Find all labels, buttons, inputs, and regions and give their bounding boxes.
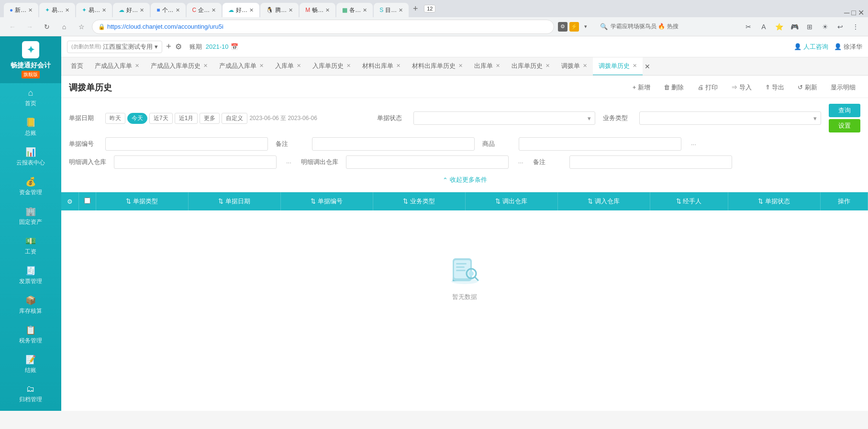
reload-button[interactable]: ↻ (40, 20, 54, 33)
browser-tab-tab11[interactable]: S 目… ✕ (374, 3, 409, 17)
date-btn-7days[interactable]: 近7天 (149, 113, 173, 124)
back-button[interactable]: ← (6, 20, 19, 33)
warehouse-out-input[interactable] (346, 155, 509, 169)
content-tab-close-2[interactable]: ✕ (203, 63, 208, 69)
warehouse-in-input[interactable] (114, 155, 277, 169)
new-record-button[interactable]: + 新增 (628, 81, 655, 94)
refresh-button[interactable]: ↺ 刷新 (793, 81, 822, 94)
browser-tab-tab8[interactable]: 🐧 腾… ✕ (260, 3, 299, 17)
menu-icon[interactable]: ⋮ (849, 20, 862, 33)
company-selector[interactable]: (勿删勿禁用) 江西服宝测试专用 ▾ (67, 41, 162, 53)
calendar-icon[interactable]: 📅 (231, 43, 238, 50)
content-tab-close-10[interactable]: ✕ (583, 63, 587, 69)
th-checkbox[interactable] (78, 192, 96, 210)
sidebar-item-settlement[interactable]: 📝 结账 (0, 350, 61, 379)
content-tab-close-8[interactable]: ✕ (496, 63, 500, 69)
browser-tab-tab4[interactable]: ☁ 好… ✕ (113, 3, 150, 17)
customer-service[interactable]: 👤 人工咨询 (794, 43, 828, 51)
date-btn-more[interactable]: 更多 (200, 113, 220, 124)
close-all-tabs-button[interactable]: ✕ (645, 63, 650, 70)
close-button[interactable]: ✕ (858, 8, 864, 17)
browser-tab-tab6[interactable]: C 企… ✕ (187, 3, 222, 17)
sidebar-item-home[interactable]: ⌂ 首页 (0, 83, 61, 112)
sidebar-item-archive[interactable]: 🗂 归档管理 (0, 379, 61, 408)
select-all-checkbox[interactable] (84, 198, 90, 204)
sidebar-item-basic[interactable]: ⚙ 基础设置 (0, 408, 61, 411)
content-tab-1[interactable]: 产成品入库单 ✕ (89, 57, 145, 76)
status-filter-select[interactable]: ▾ (413, 111, 595, 125)
user-avatar[interactable]: 👤 徐泽华 (834, 43, 862, 51)
browser-tab-tab1[interactable]: ● 新… ✕ (4, 3, 38, 17)
tab-close-tab5[interactable]: ✕ (176, 7, 180, 13)
tab-close-tab3[interactable]: ✕ (102, 7, 106, 13)
grid-icon[interactable]: ⊞ (803, 20, 816, 33)
collapse-filter-button[interactable]: ⌃ 收起更多条件 (443, 176, 487, 184)
tab-close-tab6[interactable]: ✕ (211, 7, 216, 13)
sidebar-item-ledger[interactable]: 📒 总账 (0, 112, 61, 142)
browser-tab-tab7[interactable]: ☁ 好… ✕ (223, 3, 259, 17)
forward-button[interactable]: → (23, 20, 36, 33)
note-input[interactable] (569, 155, 732, 169)
address-bar[interactable]: 🔒 https://cloud.chanjet.com/accounting/u… (92, 20, 554, 34)
ext-puzzle-icon[interactable]: ⚙ (558, 22, 568, 32)
translate-icon[interactable]: A (757, 20, 770, 33)
browser-tab-tab2[interactable]: ✦ 易… ✕ (39, 3, 75, 17)
settings-button[interactable]: ⚙ (175, 42, 182, 51)
tab-close-tab4[interactable]: ✕ (140, 7, 144, 13)
ext-lightning-icon[interactable]: ⚡ (569, 22, 579, 32)
browser-tab-tab10[interactable]: ▦ 各… ✕ (336, 3, 373, 17)
new-tab-button[interactable]: + (409, 2, 422, 15)
tab-close-tab2[interactable]: ✕ (65, 7, 69, 13)
export-button[interactable]: ⇑ 导出 (760, 81, 790, 94)
search-bar[interactable]: 🔍 学霸应聘场驱鸟员 🔥 热搜 (594, 20, 738, 34)
content-tab-2[interactable]: 产成品入库单历史 ✕ (145, 57, 213, 76)
tab-close-tab8[interactable]: ✕ (289, 7, 293, 13)
content-tab-3[interactable]: 产成品入库单 ✕ (213, 57, 269, 76)
goods-input[interactable] (519, 137, 681, 151)
undo-icon[interactable]: ↩ (834, 20, 847, 33)
tab-close-tab11[interactable]: ✕ (399, 7, 403, 13)
date-btn-1month[interactable]: 近1月 (175, 113, 198, 124)
scissors-icon[interactable]: ✂ (742, 20, 755, 33)
remark-input[interactable] (312, 137, 475, 151)
sidebar-item-assets[interactable]: 🏢 固定资产 (0, 201, 61, 231)
tab-close-tab1[interactable]: ✕ (28, 7, 33, 13)
print-button[interactable]: 🖨 打印 (693, 81, 723, 94)
display-detail-button[interactable]: 显示明细 (826, 81, 860, 94)
add-company-button[interactable]: + (166, 42, 171, 52)
content-tab-4[interactable]: 入库单 ✕ (269, 57, 307, 76)
tab-close-tab10[interactable]: ✕ (363, 7, 367, 13)
bookmark-button[interactable]: ☆ (75, 20, 88, 33)
content-tab-close-11[interactable]: ✕ (633, 63, 637, 69)
content-tab-close-1[interactable]: ✕ (135, 63, 139, 69)
goods-ellipsis[interactable]: ··· (689, 141, 698, 148)
order-no-input[interactable] (105, 137, 268, 151)
ext-dropdown-icon[interactable]: ▾ (581, 22, 590, 32)
content-tab-11[interactable]: 调拨单历史 ✕ (593, 57, 643, 76)
tab-close-tab7[interactable]: ✕ (249, 7, 254, 13)
browser-tab-tab5[interactable]: ■ 个… ✕ (151, 3, 185, 17)
delete-button[interactable]: 🗑 删除 (659, 81, 689, 94)
tab-close-tab9[interactable]: ✕ (325, 7, 330, 13)
settings-btn[interactable]: 设置 (829, 119, 860, 132)
minimize-button[interactable]: ─ (844, 9, 849, 17)
import-button[interactable]: ⇒ 导入 (726, 81, 757, 94)
warehouse-in-ellipsis[interactable]: ··· (284, 159, 293, 166)
sidebar-item-tax[interactable]: 📋 税务管理 (0, 320, 61, 350)
content-tab-8[interactable]: 出库单 ✕ (468, 57, 506, 76)
content-tab-0[interactable]: 首页 (65, 57, 89, 76)
date-btn-today[interactable]: 今天 (127, 113, 147, 124)
game-icon[interactable]: 🎮 (788, 20, 801, 33)
content-tab-close-5[interactable]: ✕ (346, 63, 351, 69)
star-icon[interactable]: ⭐ (772, 20, 786, 33)
maximize-button[interactable]: □ (851, 9, 856, 17)
browser-tab-tab9[interactable]: M 畅… ✕ (300, 3, 335, 17)
content-tab-5[interactable]: 入库单历史 ✕ (307, 57, 356, 76)
browser-tab-tab3[interactable]: ✦ 易… ✕ (76, 3, 112, 17)
warehouse-out-ellipsis[interactable]: ··· (516, 159, 525, 166)
business-type-select[interactable]: ▾ (639, 111, 821, 125)
content-tab-close-6[interactable]: ✕ (396, 63, 401, 69)
content-tab-10[interactable]: 调拨单 ✕ (556, 57, 593, 76)
brightness-icon[interactable]: ☀ (818, 20, 832, 33)
content-tab-6[interactable]: 材料出库单 ✕ (356, 57, 406, 76)
